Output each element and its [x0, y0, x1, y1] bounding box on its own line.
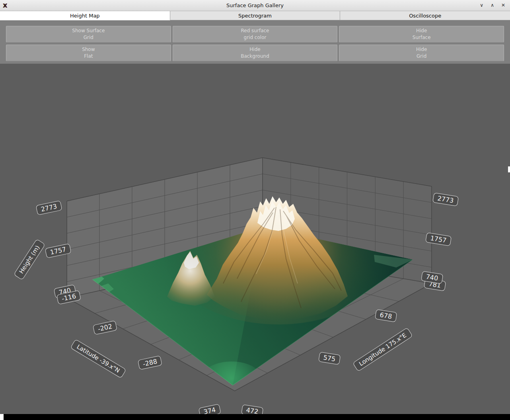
desktop-notch — [508, 166, 510, 172]
hide-surface-button[interactable]: Hide Surface — [339, 26, 504, 43]
maximize-icon[interactable]: ∧ — [491, 0, 494, 11]
app-window: X Surface Graph Gallery ∨ ∧ ✕ Height Map… — [0, 0, 510, 420]
window-controls: ∨ ∧ ✕ — [480, 0, 510, 11]
red-surface-grid-color-button[interactable]: Red surface grid color — [173, 26, 338, 43]
tab-height-map[interactable]: Height Map — [0, 11, 170, 20]
show-flat-button[interactable]: Show Flat — [6, 45, 171, 61]
hide-background-button[interactable]: Hide Background — [173, 45, 338, 61]
tab-spectrogram[interactable]: Spectrogram — [170, 11, 341, 20]
hide-grid-button[interactable]: Hide Grid — [339, 45, 504, 61]
minimize-icon[interactable]: ∨ — [480, 0, 483, 11]
close-icon[interactable]: ✕ — [501, 0, 505, 11]
button-label-line: Show Surface — [72, 27, 105, 34]
toolbar: Show Surface Grid Red surface grid color… — [0, 20, 510, 64]
titlebar: X Surface Graph Gallery ∨ ∧ ✕ — [0, 0, 510, 11]
app-icon: X — [3, 2, 7, 9]
desktop-sliver — [0, 414, 4, 420]
button-label-line: grid color — [244, 34, 267, 41]
button-label-line: Grid — [84, 34, 93, 41]
tab-oscilloscope[interactable]: Oscilloscope — [340, 11, 510, 20]
button-label-line: Surface — [413, 34, 431, 41]
button-label-line: Flat — [84, 53, 93, 60]
button-label-line: Background — [241, 53, 269, 60]
button-label-line: Red surface — [241, 27, 269, 34]
window-title: Surface Graph Gallery — [0, 2, 510, 8]
button-label-line: Hide — [249, 46, 260, 53]
surface-plot[interactable]: 2773 1757 740 Height (m) -116 -202 -288 … — [0, 64, 510, 414]
bottom-strip — [0, 414, 510, 420]
button-label-line: Grid — [417, 53, 426, 60]
show-surface-grid-button[interactable]: Show Surface Grid — [6, 26, 171, 43]
button-label-line: Show — [82, 46, 95, 53]
tab-bar: Height Map Spectrogram Oscilloscope — [0, 11, 510, 20]
button-label-line: Hide — [416, 46, 427, 53]
button-label-line: Hide — [416, 27, 427, 34]
